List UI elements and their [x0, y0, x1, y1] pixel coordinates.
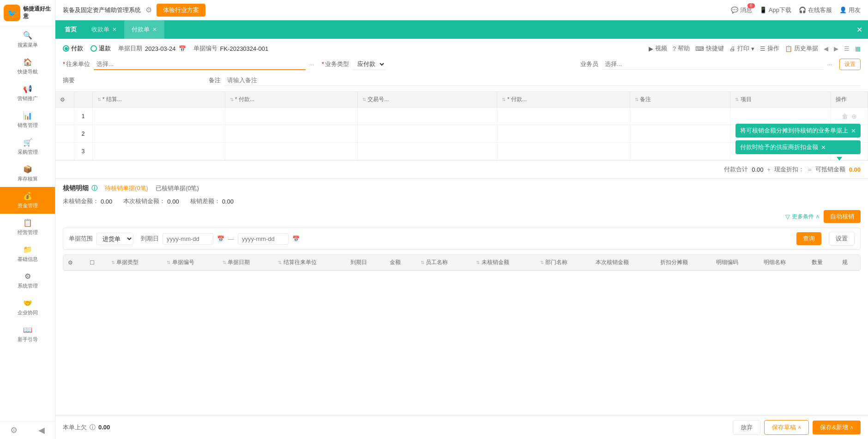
grid-view-icon[interactable]: ▦ — [855, 45, 861, 52]
sidebar-item-basic[interactable]: 📁基础信息 — [0, 241, 55, 267]
message-item[interactable]: 💬 消息 6 — [731, 6, 752, 14]
row-settings[interactable] — [55, 108, 74, 125]
tab-home[interactable]: 首页 — [57, 20, 84, 39]
trial-button[interactable]: 体验行业方案 — [157, 4, 205, 17]
row-settlement[interactable] — [92, 143, 225, 160]
print-action[interactable]: 🖨 打印 ▾ — [729, 44, 754, 53]
app-download-item[interactable]: 📱 App下载 — [760, 6, 791, 14]
filter-settings-button[interactable]: 设置 — [829, 232, 855, 246]
date-from-input[interactable] — [163, 233, 213, 245]
sidebar-item-nav[interactable]: 🏠快捷导航 — [0, 53, 55, 80]
sidebar-item-marketing[interactable]: 📢营销推广 — [0, 80, 55, 107]
doc-range-select[interactable]: 进货单 — [96, 233, 133, 245]
row-transaction-no[interactable] — [357, 108, 497, 125]
th-settlement[interactable]: ⇅ * 结算... — [92, 92, 225, 108]
sidebar-item-purchase[interactable]: 🛒采购管理 — [0, 133, 55, 160]
row-settlement[interactable] — [92, 125, 225, 143]
row-remarks[interactable] — [630, 143, 730, 160]
save-new-button[interactable]: 保存&新增 ∧ — [813, 421, 861, 434]
tab-receipt[interactable]: 收款单 ✕ — [84, 20, 124, 39]
set-button[interactable]: 设置 — [839, 59, 861, 70]
discard-button[interactable]: 放弃 — [733, 420, 760, 435]
tooltip-2-close[interactable]: ✕ — [821, 144, 826, 151]
sidebar-item-system[interactable]: ⚙系统管理 — [0, 267, 55, 294]
row-transaction-no[interactable] — [357, 125, 497, 143]
row-settings[interactable] — [55, 143, 74, 160]
nav-prev-icon[interactable]: ◀ — [824, 45, 828, 52]
calendar-icon[interactable]: 📅 — [179, 45, 186, 52]
rth-detail-code[interactable]: 明细编码 — [711, 255, 759, 271]
rth-doc-no[interactable]: ⇅ 单据编号 — [162, 255, 217, 271]
row-project[interactable] — [730, 108, 831, 125]
radio-payment[interactable]: 付款 — [63, 44, 83, 53]
sidebar-expand-icon[interactable]: ⚙ — [10, 425, 18, 435]
row-remarks[interactable] — [630, 108, 730, 125]
query-button[interactable]: 查询 — [796, 232, 821, 245]
rth-settings[interactable]: ⚙ — [63, 255, 85, 271]
service-item[interactable]: 🎧 在线客服 — [799, 6, 832, 14]
rth-checkbox[interactable]: ☐ — [85, 255, 107, 271]
list-view-icon[interactable]: ☰ — [844, 45, 850, 52]
th-payment-amount[interactable]: ⇅ * 付款... — [497, 92, 630, 108]
rth-staff[interactable]: ⇅ 员工名称 — [416, 255, 471, 271]
row-payment-account[interactable] — [225, 143, 357, 160]
help-action[interactable]: ? 帮助 — [673, 44, 690, 53]
header-settings-icon[interactable]: ⚙ — [145, 6, 152, 14]
row-payment-amount[interactable] — [497, 125, 630, 143]
th-remarks[interactable]: ⇅ 备注 — [630, 92, 730, 108]
rth-amount[interactable]: 金额 — [385, 255, 416, 271]
row-delete-icon[interactable]: 🗑 — [842, 113, 848, 120]
date-to-calendar[interactable]: 📅 — [292, 235, 300, 242]
sidebar-item-operation[interactable]: 📋经营管理 — [0, 214, 55, 241]
sidebar-item-finance[interactable]: 💰资金管理 — [0, 187, 55, 214]
sidebar-item-inventory[interactable]: 📦库存核算 — [0, 160, 55, 187]
operate-action[interactable]: ☰ 操作 — [760, 44, 779, 53]
row-settings[interactable] — [55, 125, 74, 143]
row-copy-icon[interactable]: ⊕ — [851, 113, 857, 120]
nav-next-icon[interactable]: ▶ — [834, 45, 838, 52]
rth-doc-date[interactable]: ⇅ 单据日期 — [218, 255, 273, 271]
shortcut-action[interactable]: ⌨ 快捷键 — [695, 44, 724, 53]
auto-reconcile-button[interactable]: 自动核销 — [824, 210, 861, 223]
save-draft-button[interactable]: 保存草稿 ∧ — [764, 420, 809, 435]
rth-detail-name[interactable]: 明细名称 — [759, 255, 807, 271]
row-payment-amount[interactable] — [497, 143, 630, 160]
staff-more[interactable]: ··· — [827, 61, 832, 68]
row-payment-account[interactable] — [225, 125, 357, 143]
rth-discount[interactable]: 折扣分摊额 — [656, 255, 711, 271]
receipt-tab-close[interactable]: ✕ — [112, 26, 117, 33]
sidebar-collapse-icon[interactable]: ◀ — [38, 425, 45, 435]
tooltip-1-close[interactable]: ✕ — [851, 127, 856, 134]
rth-unreconciled[interactable]: ⇅ 未核销金额 — [471, 255, 536, 271]
payment-tab-close[interactable]: ✕ — [152, 26, 157, 33]
rth-dept[interactable]: ⇅ 部门名称 — [536, 255, 591, 271]
counterpart-more[interactable]: ··· — [309, 61, 314, 68]
done-tab[interactable]: 已核销单据(0笔) — [156, 184, 199, 192]
history-action[interactable]: 📋 历史单据 — [785, 44, 818, 53]
sidebar-item-search[interactable]: 🔍搜索菜单 — [0, 26, 55, 53]
user-item[interactable]: 👤 用友 — [839, 6, 861, 14]
row-remarks[interactable] — [630, 125, 730, 143]
row-transaction-no[interactable] — [357, 143, 497, 160]
sidebar-item-enterprise[interactable]: 🤝企业协同 — [0, 294, 55, 321]
tab-bar-close-icon[interactable]: ✕ — [853, 25, 866, 34]
pending-tab[interactable]: 待核销单据(0笔) — [105, 184, 148, 192]
row-payment-amount[interactable] — [497, 108, 630, 125]
th-payment-account[interactable]: ⇅ * 付款... — [225, 92, 357, 108]
rth-spec[interactable]: 规 — [838, 255, 860, 271]
video-action[interactable]: ▶ 视频 — [649, 44, 667, 53]
more-conditions[interactable]: ▽ 更多条件 ∧ — [785, 213, 820, 221]
th-project[interactable]: ⇅ 项目 — [730, 92, 831, 108]
sidebar-item-sales[interactable]: 📊销售管理 — [0, 107, 55, 133]
tab-payment[interactable]: 付款单 ✕ — [124, 20, 164, 39]
row-payment-account[interactable] — [225, 108, 357, 125]
rth-counterpart[interactable]: ⇅ 结算往来单位 — [273, 255, 346, 271]
rth-qty[interactable]: 数量 — [807, 255, 838, 271]
date-from-calendar[interactable]: 📅 — [217, 235, 224, 242]
rth-due-date[interactable]: 到期日 — [346, 255, 385, 271]
reconcile-info-icon[interactable]: ⓘ — [91, 184, 97, 192]
th-settings[interactable]: ⚙ — [55, 92, 74, 108]
date-to-input[interactable] — [238, 233, 289, 245]
sidebar-item-guide[interactable]: 📖新手引导 — [0, 321, 55, 348]
radio-refund[interactable]: 退款 — [90, 44, 111, 53]
